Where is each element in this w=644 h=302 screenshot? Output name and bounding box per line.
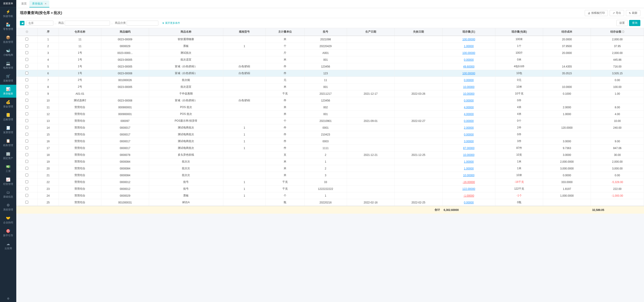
table-area[interactable]: ☉ 序 仓库名称 商品编码 商品名称 规格型号 主计量单位 批号 生产日期 失效… [16,28,644,302]
row-qty[interactable]: 2.00000 [442,124,496,131]
tab-inventory-batch[interactable]: 库存批次 ✕ [30,1,49,8]
row-checkbox[interactable] [25,65,28,68]
row-check[interactable] [16,124,38,131]
row-check[interactable] [16,111,38,118]
row-qty[interactable]: 0.00000 [442,97,496,104]
sidebar-item-assets[interactable]: 🏢 固定资产 [0,149,16,162]
row-qty[interactable]: 0.00000 [442,56,496,63]
sidebar-settings[interactable]: ⚙ [0,295,16,302]
sidebar-item-cloud[interactable]: ☁ 云应用 [0,239,16,252]
row-check[interactable] [16,172,38,179]
row-checkbox[interactable] [25,85,28,88]
row-qty[interactable]: 1.00000 [442,43,496,50]
row-check[interactable] [16,158,38,165]
row-qty[interactable]: 0.00000 [442,131,496,138]
row-check[interactable] [16,43,38,50]
row-checkbox[interactable] [25,58,28,61]
search-button[interactable]: 查询 [629,20,640,26]
row-checkbox[interactable] [25,187,28,190]
row-qty[interactable]: 100.00000 [442,36,496,43]
row-checkbox[interactable] [25,194,28,197]
row-checkbox[interactable] [25,92,28,95]
row-qty[interactable]: 100.00000 [442,50,496,56]
row-check[interactable] [16,165,38,172]
row-check[interactable] [16,97,38,104]
row-check[interactable] [16,179,38,186]
row-qty[interactable]: 0.00000 [442,77,496,84]
row-qty[interactable]: 10.00000 [442,90,496,97]
row-qty[interactable]: 3.00000 [442,138,496,145]
row-checkbox[interactable] [25,201,28,204]
row-check[interactable] [16,84,38,90]
category-select[interactable] [127,21,158,26]
sidebar-item-operations[interactable]: 📈 经营管理 [0,175,16,188]
row-checkbox[interactable] [25,44,28,47]
sidebar-item-ecommerce-small[interactable]: 🐋 小鲸电商 [0,46,16,59]
row-check[interactable] [16,50,38,56]
print-button[interactable]: 🖨 按模板打印 [585,10,608,16]
row-qty[interactable]: -1.00000 [442,192,496,199]
sidebar-item-salary[interactable]: 💵 工资 [0,162,16,175]
row-checkbox[interactable] [25,78,28,81]
row-qty[interactable]: 0.00000 [442,118,496,124]
sidebar-item-system[interactable]: ⚙ 系统管理 [0,201,16,214]
sidebar-item-retail[interactable]: 🏪 零售管理 [0,20,16,33]
row-qty[interactable]: 1.00000 [442,165,496,172]
row-check[interactable] [16,199,38,206]
row-checkbox[interactable] [25,139,28,142]
row-checkbox[interactable] [25,51,28,54]
row-checkbox[interactable] [25,99,28,102]
row-qty[interactable]: 87.00000 [442,145,496,152]
row-qty[interactable]: 0.00000 [442,199,496,206]
row-check[interactable] [16,77,38,84]
tab-home[interactable]: 首页 [18,1,30,8]
sidebar-item-inventory[interactable]: 📊 库存核算 [0,85,16,98]
row-check[interactable] [16,118,38,124]
row-qty[interactable]: 4.00000 [442,104,496,111]
row-check[interactable] [16,138,38,145]
row-checkbox[interactable] [25,126,28,129]
row-check[interactable] [16,70,38,77]
row-check[interactable] [16,104,38,111]
refresh-button[interactable]: ↻ 刷新 [626,10,640,16]
sidebar-item-invoice[interactable]: 🧾 发票管理 [0,123,16,136]
row-check[interactable] [16,131,38,138]
row-checkbox[interactable] [25,133,28,136]
row-check[interactable] [16,186,38,192]
sidebar-item-wholesale[interactable]: 📦 批发管理 [0,33,16,46]
row-check[interactable] [16,152,38,158]
amount-info-icon[interactable]: ⓘ [622,30,624,33]
row-checkbox[interactable] [25,174,28,177]
row-checkbox[interactable] [25,112,28,115]
sidebar-item-guide[interactable]: 🎯 新手引导 [0,227,16,239]
sidebar-item-collab[interactable]: 🤝 企业协同 [0,214,16,227]
product-input[interactable] [65,21,110,26]
row-check[interactable] [16,192,38,199]
tab-close-icon[interactable]: ✕ [44,2,46,5]
row-checkbox[interactable] [25,160,28,163]
row-qty[interactable]: 10.00000 [442,172,496,179]
row-qty[interactable]: 4.00000 [442,111,496,118]
row-checkbox[interactable] [25,72,28,75]
row-qty[interactable]: 100.00000 [442,70,496,77]
row-qty[interactable]: 10.00000 [442,152,496,158]
row-qty[interactable]: 10.00000 [442,84,496,90]
sidebar-item-ecommerce[interactable]: 💻 电商管理 [0,59,16,72]
row-qty[interactable]: 49.60000 [442,63,496,70]
sidebar-logo[interactable]: 搜索菜单 [0,0,16,7]
row-check[interactable] [16,63,38,70]
sidebar-item-quicknav[interactable]: ⚡ 快捷导航 [0,7,16,20]
row-checkbox[interactable] [25,119,28,122]
row-checkbox[interactable] [25,180,28,183]
collapse-button[interactable]: ◀ [20,21,24,25]
row-check[interactable] [16,90,38,97]
row-checkbox[interactable] [25,153,28,156]
row-check[interactable] [16,145,38,152]
row-checkbox[interactable] [25,106,28,108]
export-button[interactable]: ↗ 导出 [610,10,624,16]
settings-button[interactable]: 设置 [616,20,628,26]
row-qty[interactable]: -16.00000 [442,179,496,186]
row-checkbox[interactable] [25,146,28,149]
sidebar-item-purchase[interactable]: 🛒 采购管理 [0,72,16,85]
sidebar-item-basicinfo[interactable]: 🗂 基础信息 [0,188,16,201]
